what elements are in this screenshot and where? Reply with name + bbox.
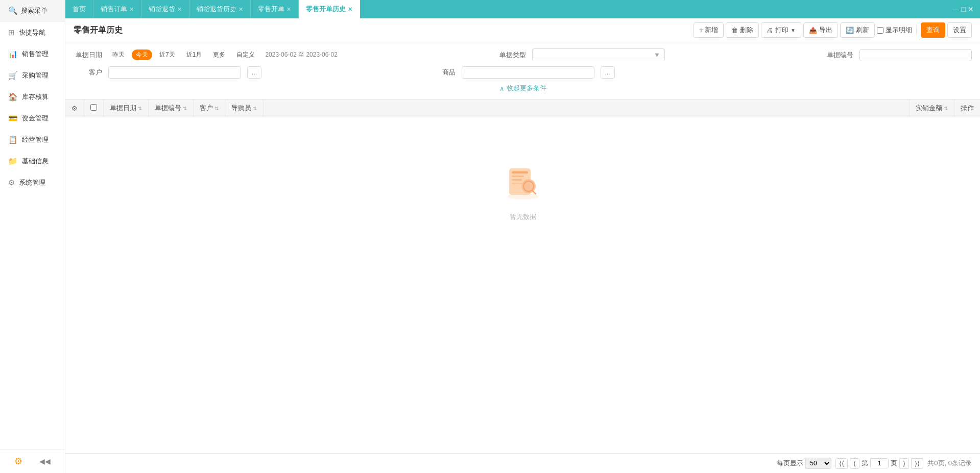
th-action: 操作 [954, 99, 981, 117]
settings-bottom-icon[interactable]: ⚙ [14, 456, 22, 467]
sidebar-item-system[interactable]: ⚙ 系统管理 [0, 172, 65, 193]
date-opt-today[interactable]: 今天 [132, 49, 152, 60]
customer-ellipsis-btn[interactable]: ... [247, 66, 261, 79]
date-opt-more[interactable]: 更多 [209, 49, 229, 60]
export-button-label: 导出 [819, 26, 832, 35]
collapse-filter-row[interactable]: ∧ 收起更多条件 [74, 84, 972, 93]
tab-sales-return-history-close[interactable]: ✕ [238, 7, 243, 12]
tabbar: 首页 销售订单 ✕ 销货退货 ✕ 销货退货历史 ✕ 零售开单 ✕ 零售开单历史 … [65, 0, 980, 18]
th-date[interactable]: 单据日期 ⇅ [104, 99, 149, 117]
delete-button-label: 删除 [740, 26, 753, 35]
collapse-sidebar-icon[interactable]: ◀◀ [39, 457, 51, 465]
select-all-checkbox[interactable] [90, 104, 97, 111]
date-sort-icon: ⇅ [138, 106, 142, 111]
date-opt-1month[interactable]: 近1月 [182, 49, 206, 60]
type-filter-select[interactable]: ▼ [532, 48, 665, 61]
finance-icon: 💳 [8, 114, 18, 123]
settings-button-label: 设置 [953, 26, 966, 35]
sidebar-item-quick-nav[interactable]: ⊞ 快捷导航 [0, 22, 65, 43]
goods-ellipsis-btn[interactable]: ... [601, 66, 615, 79]
search-icon: 🔍 [8, 6, 18, 15]
tab-sales-return-close[interactable]: ✕ [177, 7, 182, 12]
tab-sales-return-label: 销货退货 [149, 5, 175, 14]
sidebar-item-label: 系统管理 [19, 178, 45, 187]
minimize-icon[interactable]: — [952, 5, 960, 13]
tab-home[interactable]: 首页 [65, 0, 93, 18]
th-customer[interactable]: 客户 ⇅ [194, 99, 225, 117]
tab-retail-open-history[interactable]: 零售开单历史 ✕ [299, 0, 360, 18]
th-number[interactable]: 单据编号 ⇅ [149, 99, 194, 117]
sidebar-item-finance[interactable]: 💳 资金管理 [0, 108, 65, 129]
tab-retail-open-close[interactable]: ✕ [286, 7, 291, 12]
sales-icon: 📊 [8, 49, 18, 59]
export-button[interactable]: 📤 导出 [803, 22, 838, 38]
inventory-icon: 🏠 [8, 92, 18, 102]
tab-sales-return[interactable]: 销货退货 ✕ [141, 0, 189, 18]
delete-button[interactable]: 🗑 删除 [726, 22, 759, 38]
page-size-select[interactable]: 50 100 200 [805, 458, 831, 469]
query-button-label: 查询 [926, 26, 940, 35]
page-label: 第 [862, 459, 868, 468]
collapse-icon: ∧ [499, 85, 505, 92]
tab-sales-return-history[interactable]: 销货退货历史 ✕ [189, 0, 251, 18]
basics-icon: 📁 [8, 157, 18, 166]
column-settings-icon[interactable]: ⚙ [71, 105, 78, 112]
toolbar-separator [916, 25, 917, 35]
date-opt-custom[interactable]: 自定义 [232, 49, 259, 60]
date-options: 昨天 今天 近7天 近1月 更多 自定义 [108, 49, 259, 60]
sidebar-item-inventory[interactable]: 🏠 库存核算 [0, 86, 65, 108]
goods-filter-input[interactable] [462, 66, 594, 79]
tab-sales-order[interactable]: 销售订单 ✕ [93, 0, 141, 18]
print-button-label: 打印 [775, 26, 788, 35]
add-button[interactable]: + 新增 [694, 22, 724, 38]
next-page-btn[interactable]: ⟩ [899, 458, 909, 469]
tab-home-label: 首页 [73, 5, 86, 14]
page-number-input[interactable] [870, 458, 889, 468]
th-spacer [264, 99, 910, 117]
tab-retail-open-history-close[interactable]: ✕ [348, 7, 352, 12]
sidebar-item-label: 采购管理 [22, 71, 49, 80]
sidebar-item-label: 资金管理 [22, 114, 49, 123]
number-filter-input[interactable] [859, 49, 972, 61]
tab-retail-open-label: 零售开单 [258, 5, 284, 14]
empty-state: 暂无数据 [65, 117, 980, 262]
sidebar-item-purchase-mgmt[interactable]: 🛒 采购管理 [0, 65, 65, 86]
maximize-icon[interactable]: □ [962, 5, 966, 13]
sidebar-item-operations[interactable]: 📋 经营管理 [0, 129, 65, 151]
date-opt-yesterday[interactable]: 昨天 [108, 49, 129, 60]
th-guide-label: 导购员 [231, 104, 251, 113]
filter-row-date: 单据日期 昨天 今天 近7天 近1月 更多 自定义 2023-06-02 至 2… [74, 48, 972, 61]
print-button[interactable]: 🖨 打印 ▼ [761, 22, 801, 38]
close-icon[interactable]: ✕ [968, 5, 974, 13]
th-guide[interactable]: 导购员 ⇅ [225, 99, 264, 117]
prev-page-btn[interactable]: ⟨ [850, 458, 859, 469]
sidebar-search-label: 搜索采单 [21, 6, 47, 15]
table-body: 暂无数据 [65, 117, 980, 263]
query-button[interactable]: 查询 [921, 22, 945, 38]
tab-retail-open-history-label: 零售开单历史 [306, 5, 346, 14]
trash-icon: 🗑 [731, 27, 738, 34]
th-amount[interactable]: 实销金额 ⇅ [910, 99, 954, 117]
svg-rect-4 [512, 179, 522, 181]
first-page-btn[interactable]: ⟨⟨ [835, 458, 848, 469]
tab-sales-order-close[interactable]: ✕ [129, 7, 134, 12]
date-range-display: 2023-06-02 至 2023-06-02 [265, 51, 337, 59]
tab-retail-open[interactable]: 零售开单 ✕ [251, 0, 299, 18]
sidebar-item-basics[interactable]: 📁 基础信息 [0, 151, 65, 172]
table-container: ⚙ 单据日期 ⇅ 单据编号 ⇅ [65, 99, 980, 453]
date-opt-7days[interactable]: 近7天 [155, 49, 179, 60]
th-amount-label: 实销金额 [916, 104, 942, 113]
last-page-btn[interactable]: ⟩⟩ [911, 458, 923, 469]
amount-sort-icon: ⇅ [944, 106, 948, 111]
sidebar-item-sales-mgmt[interactable]: 📊 销售管理 [0, 43, 65, 65]
th-settings[interactable]: ⚙ [65, 99, 84, 117]
sidebar-item-label: 销售管理 [22, 49, 49, 59]
number-filter-label: 单据编号 [825, 51, 853, 60]
customer-filter-input[interactable] [108, 66, 241, 79]
show-detail-label: 显示明细 [886, 26, 912, 35]
settings-button[interactable]: 设置 [947, 22, 972, 38]
refresh-button[interactable]: 🔄 刷新 [840, 22, 875, 38]
type-dropdown-icon: ▼ [654, 51, 660, 59]
show-detail-checkbox[interactable] [877, 27, 883, 34]
sidebar-search[interactable]: 🔍 搜索采单 [0, 0, 65, 22]
